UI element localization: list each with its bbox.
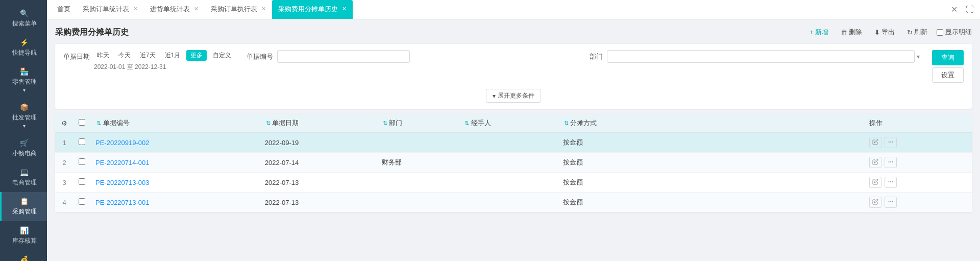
more-icon[interactable] bbox=[885, 157, 897, 168]
sidebar-item-quick-nav[interactable]: ⚡ 快捷导航 bbox=[0, 33, 47, 62]
add-button[interactable]: + 新增 bbox=[806, 26, 831, 39]
col-split-method[interactable]: ⇅ 分摊方式 bbox=[558, 114, 864, 133]
dept-input[interactable] bbox=[607, 50, 915, 63]
table-row: 2 PE-20220714-001 2022-07-14 财务部 按金额 bbox=[55, 153, 972, 173]
data-table-container: ⚙ ⇅ 单据编号 ⇅ 单据日期 bbox=[55, 114, 972, 212]
row-handler bbox=[458, 193, 558, 212]
chevron-down-icon: ▾ bbox=[23, 123, 26, 129]
filter-row-main: 单据日期 昨天 今天 近7天 近1月 更多 自定义 2022-01-01 至 2… bbox=[63, 50, 964, 83]
show-detail-checkbox[interactable]: 显示明细 bbox=[937, 28, 972, 37]
order-no-link[interactable]: PE-20220713-003 bbox=[95, 179, 150, 186]
page-header: 采购费用分摊单历史 + 新增 🗑 删除 ⬇ 导出 ↻ 刷新 显示明细 bbox=[55, 26, 972, 39]
sidebar-item-purchase[interactable]: 📋 采购管理 bbox=[0, 192, 47, 221]
order-no-link[interactable]: PE-20220714-001 bbox=[95, 159, 150, 167]
tab-purchase-hist-close[interactable]: ✕ bbox=[342, 6, 347, 12]
svg-point-0 bbox=[888, 141, 889, 143]
quick-7days[interactable]: 近7天 bbox=[137, 50, 159, 61]
order-no-link[interactable]: PE-20220713-001 bbox=[95, 199, 150, 206]
sidebar-item-wholesale[interactable]: 📦 批发管理 ▾ bbox=[0, 98, 47, 134]
setting-button[interactable]: 设置 bbox=[932, 67, 964, 83]
row-date: 2022-09-19 bbox=[260, 133, 377, 153]
row-actions bbox=[864, 153, 972, 173]
quick-more[interactable]: 更多 bbox=[186, 50, 207, 61]
edit-icon[interactable] bbox=[869, 177, 881, 188]
svg-point-6 bbox=[888, 181, 889, 182]
clipboard-icon: 📋 bbox=[20, 197, 29, 205]
tab-purchase-exec[interactable]: 采购订单执行表 ✕ bbox=[205, 0, 272, 19]
svg-point-4 bbox=[890, 161, 891, 162]
delete-button[interactable]: 🗑 删除 bbox=[838, 26, 865, 39]
row-dept bbox=[377, 173, 458, 193]
sidebar-item-inventory[interactable]: 📊 库存核算 bbox=[0, 221, 47, 250]
svg-point-2 bbox=[892, 141, 893, 143]
filter-order-no-group: 单据编号 bbox=[247, 50, 577, 63]
quick-custom[interactable]: 自定义 bbox=[210, 50, 234, 61]
expand-more-button[interactable]: ▾ 展开更多条件 bbox=[486, 89, 541, 103]
tab-goods-stat[interactable]: 进货单统计表 ✕ bbox=[144, 0, 205, 19]
chevron-down-icon: ▾ bbox=[493, 92, 496, 100]
col-settings[interactable]: ⚙ bbox=[55, 114, 74, 133]
edit-icon[interactable] bbox=[869, 137, 881, 148]
row-checkbox-cell[interactable] bbox=[74, 153, 90, 173]
tab-purchase-stat[interactable]: 采购订单统计表 ✕ bbox=[77, 0, 144, 19]
sidebar-item-search[interactable]: 🔍 搜索菜单 bbox=[0, 4, 47, 33]
row-order-no: PE-20220713-001 bbox=[90, 193, 260, 212]
sidebar: 🔍 搜索菜单 ⚡ 快捷导航 🏪 零售管理 ▾ 📦 批发管理 ▾ 🛒 小畅电商 💻… bbox=[0, 0, 47, 261]
sidebar-item-label: 批发管理 bbox=[12, 113, 37, 122]
page-title: 采购费用分摊单历史 bbox=[55, 27, 129, 38]
col-checkbox bbox=[74, 114, 90, 133]
row-actions bbox=[864, 133, 972, 153]
row-actions bbox=[864, 173, 972, 193]
expand-window-icon[interactable]: ⛶ bbox=[964, 4, 976, 15]
col-handler[interactable]: ⇅ 经手人 bbox=[458, 114, 558, 133]
tab-goods-stat-close[interactable]: ✕ bbox=[194, 6, 199, 12]
row-date: 2022-07-13 bbox=[260, 173, 377, 193]
search-button[interactable]: 查询 bbox=[932, 50, 964, 65]
col-dept[interactable]: ⇅ 部门 bbox=[377, 114, 458, 133]
filter-bar: 单据日期 昨天 今天 近7天 近1月 更多 自定义 2022-01-01 至 2… bbox=[55, 44, 972, 109]
store-icon: 🏪 bbox=[20, 67, 29, 76]
row-checkbox[interactable] bbox=[79, 178, 85, 185]
tab-purchase-exec-label: 采购订单执行表 bbox=[211, 5, 257, 14]
row-checkbox[interactable] bbox=[79, 198, 85, 205]
row-checkbox-cell[interactable] bbox=[74, 193, 90, 212]
edit-icon[interactable] bbox=[869, 157, 881, 168]
row-checkbox[interactable] bbox=[79, 158, 85, 165]
row-checkbox-cell[interactable] bbox=[74, 133, 90, 153]
sidebar-item-ecom-small[interactable]: 🛒 小畅电商 bbox=[0, 134, 47, 163]
sidebar-item-finance[interactable]: 💰 资金管理 bbox=[0, 250, 47, 261]
row-checkbox-cell[interactable] bbox=[74, 173, 90, 193]
order-no-link[interactable]: PE-20220919-002 bbox=[95, 139, 150, 147]
quick-yesterday[interactable]: 昨天 bbox=[94, 50, 112, 61]
col-date[interactable]: ⇅ 单据日期 bbox=[260, 114, 377, 133]
tab-purchase-hist[interactable]: 采购费用分摊单历史 ✕ bbox=[272, 0, 353, 19]
row-checkbox[interactable] bbox=[79, 138, 85, 145]
row-date: 2022-07-14 bbox=[260, 153, 377, 173]
sidebar-item-label: 电商管理 bbox=[12, 178, 37, 187]
svg-point-8 bbox=[892, 181, 893, 182]
sidebar-item-label: 采购管理 bbox=[12, 207, 37, 216]
edit-icon[interactable] bbox=[869, 197, 881, 208]
sidebar-item-retail[interactable]: 🏪 零售管理 ▾ bbox=[0, 62, 47, 98]
quick-1month[interactable]: 近1月 bbox=[162, 50, 184, 61]
more-icon[interactable] bbox=[885, 177, 897, 188]
refresh-button[interactable]: ↻ 刷新 bbox=[904, 26, 930, 39]
more-icon[interactable] bbox=[885, 197, 897, 208]
show-detail-input[interactable] bbox=[937, 29, 943, 36]
settings-icon[interactable]: ⚙ bbox=[61, 120, 67, 127]
dept-dropdown-icon[interactable]: ▾ bbox=[917, 53, 920, 60]
tab-purchase-stat-close[interactable]: ✕ bbox=[133, 6, 138, 12]
table-row: 3 PE-20220713-003 2022-07-13 按金额 bbox=[55, 173, 972, 193]
more-icon[interactable] bbox=[885, 137, 897, 148]
order-no-input[interactable] bbox=[277, 50, 410, 63]
tab-home[interactable]: 首页 bbox=[51, 0, 77, 19]
tab-purchase-exec-close[interactable]: ✕ bbox=[261, 6, 266, 12]
export-button[interactable]: ⬇ 导出 bbox=[871, 26, 898, 39]
date-filter-label: 单据日期 bbox=[63, 50, 90, 61]
select-all-checkbox[interactable] bbox=[79, 119, 85, 126]
quick-today[interactable]: 今天 bbox=[115, 50, 134, 61]
sidebar-item-ecom[interactable]: 💻 电商管理 bbox=[0, 163, 47, 192]
close-window-icon[interactable]: ✕ bbox=[949, 4, 960, 15]
box-icon: 📦 bbox=[20, 103, 29, 111]
col-order-no[interactable]: ⇅ 单据编号 bbox=[90, 114, 260, 133]
